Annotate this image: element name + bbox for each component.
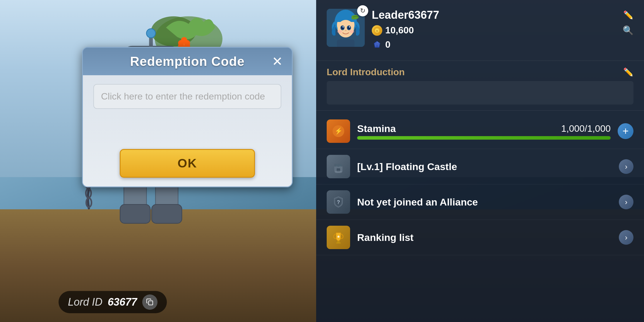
- stamina-value: 1,000/1,000: [561, 123, 611, 134]
- alliance-info: Not yet joined an Alliance: [357, 196, 612, 208]
- lord-id-bar: Lord ID 63677: [59, 291, 167, 313]
- lord-id-value: 63677: [108, 296, 137, 308]
- svg-point-8: [178, 40, 184, 46]
- gem-icon: [372, 40, 382, 50]
- gold-value: 10,600: [385, 25, 414, 36]
- svg-text:★: ★: [337, 234, 340, 239]
- castle-icon-wrap: [327, 155, 350, 178]
- svg-text:⚡: ⚡: [335, 127, 343, 135]
- profile-info: Leader63677 ✏️ $ 10,600: [372, 9, 633, 50]
- castle-item[interactable]: [Lv.1] Floating Castle ›: [316, 149, 644, 184]
- stamina-progress-fill: [357, 136, 611, 140]
- edit-profile-button[interactable]: ✏️: [623, 10, 633, 20]
- profile-name-row: Leader63677 ✏️: [372, 9, 633, 21]
- stamina-label-row: Stamina 1,000/1,000: [357, 123, 611, 134]
- alliance-icon: ?: [331, 195, 345, 209]
- ranking-arrow: ›: [619, 230, 633, 245]
- gold-currency: $ 10,600: [372, 25, 414, 36]
- dialog-title-bar: Redemption Code ✕: [83, 48, 292, 75]
- lord-introduction-section: Lord Introduction ✏️: [316, 61, 644, 111]
- redemption-dialog: Redemption Code ✕ OK: [82, 47, 293, 187]
- lord-intro-content: [327, 81, 633, 105]
- svg-point-46: [338, 20, 354, 37]
- ranking-item[interactable]: ★ Ranking list ›: [316, 220, 644, 255]
- svg-point-70: [334, 164, 342, 167]
- alliance-arrow: ›: [619, 195, 633, 209]
- castle-arrow: ›: [619, 159, 633, 174]
- svg-rect-32: [120, 205, 150, 223]
- gold-icon: $: [372, 25, 382, 36]
- stamina-add-button[interactable]: +: [618, 123, 633, 139]
- profile-section: ↻ Leader63677 ✏️ $: [316, 0, 644, 61]
- castle-label: [Lv.1] Floating Castle: [357, 161, 612, 172]
- svg-point-54: [337, 30, 342, 33]
- lord-intro-title: Lord Introduction: [327, 67, 405, 78]
- lord-intro-header: Lord Introduction ✏️: [327, 67, 633, 78]
- alliance-icon-wrap: ?: [327, 190, 350, 214]
- refresh-avatar-button[interactable]: ↻: [357, 5, 368, 16]
- avatar-container: ↻: [327, 9, 365, 47]
- svg-text:$: $: [376, 30, 378, 32]
- svg-rect-56: [337, 40, 354, 47]
- edit-introduction-button[interactable]: ✏️: [623, 67, 633, 77]
- dialog-body: OK: [83, 75, 292, 186]
- stamina-info: Stamina 1,000/1,000: [357, 123, 611, 140]
- stamina-label: Stamina: [357, 123, 396, 134]
- svg-text:?: ?: [337, 199, 340, 205]
- svg-point-73: [338, 171, 342, 173]
- stamina-progress-bar: [357, 136, 611, 140]
- ranking-icon: ★: [331, 230, 345, 244]
- alliance-label: Not yet joined an Alliance: [357, 196, 612, 208]
- stamina-icon-wrap: ⚡: [327, 119, 350, 143]
- stamina-icon: ⚡: [331, 124, 345, 138]
- svg-rect-42: [149, 301, 153, 305]
- profile-top: ↻ Leader63677 ✏️ $: [327, 9, 633, 50]
- stamina-item[interactable]: ⚡ Stamina 1,000/1,000 +: [316, 114, 644, 149]
- profile-username: Leader63677: [372, 9, 439, 21]
- gold-row: $ 10,600 🔍: [372, 25, 633, 36]
- svg-point-53: [345, 30, 347, 31]
- redemption-code-input[interactable]: [93, 84, 281, 109]
- ranking-label: Ranking list: [357, 232, 612, 243]
- ranking-icon-wrap: ★: [327, 226, 350, 249]
- ranking-info: Ranking list: [357, 232, 612, 243]
- lord-id-label: Lord ID: [68, 296, 102, 308]
- castle-icon: [331, 160, 345, 174]
- search-player-button[interactable]: 🔍: [623, 25, 633, 35]
- copy-id-button[interactable]: [142, 294, 157, 310]
- svg-rect-76: [336, 242, 341, 244]
- gem-value: 0: [385, 39, 390, 50]
- gem-row: 0: [372, 39, 633, 50]
- dialog-title: Redemption Code: [130, 54, 244, 69]
- stats-list: ⚡ Stamina 1,000/1,000 +: [316, 111, 644, 322]
- right-panel: ↻ Leader63677 ✏️ $: [316, 0, 644, 322]
- dialog-close-button[interactable]: ✕: [270, 54, 285, 69]
- castle-info: [Lv.1] Floating Castle: [357, 161, 612, 172]
- svg-rect-33: [152, 205, 182, 223]
- ok-button[interactable]: OK: [120, 149, 255, 178]
- svg-point-52: [349, 26, 350, 28]
- svg-point-20: [146, 29, 155, 38]
- alliance-item[interactable]: ? Not yet joined an Alliance ›: [316, 184, 644, 220]
- svg-rect-75: [337, 241, 340, 242]
- svg-point-72: [335, 171, 339, 173]
- svg-point-55: [350, 30, 354, 33]
- gem-currency: 0: [372, 39, 390, 50]
- svg-point-51: [342, 26, 344, 28]
